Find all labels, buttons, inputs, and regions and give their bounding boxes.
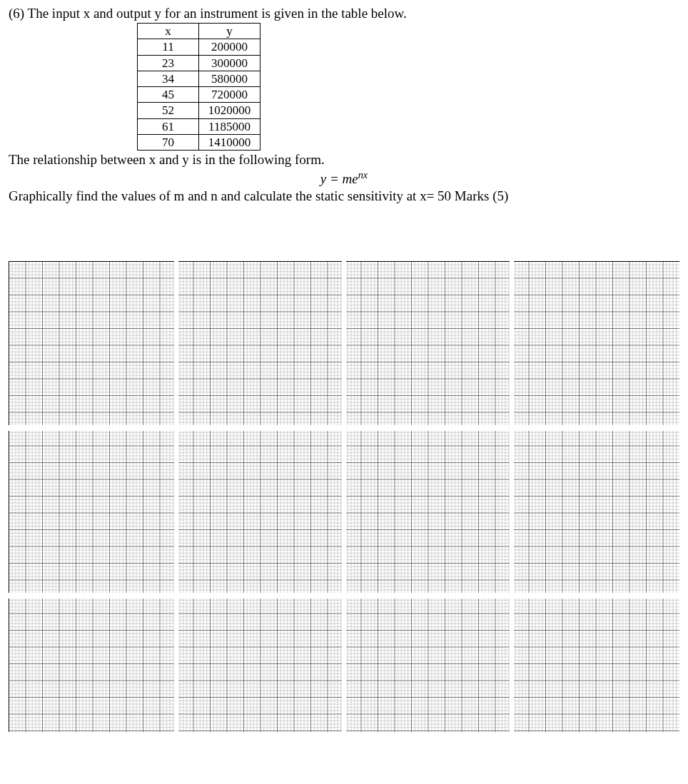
cell-y: 1020000 [199, 103, 260, 118]
cell-x: 34 [138, 71, 199, 86]
svg-rect-7 [9, 593, 679, 599]
cell-y: 1410000 [199, 134, 260, 150]
question-prompt: (6) The input x and output y for an inst… [9, 6, 679, 21]
equation-eq: = [326, 171, 342, 186]
table-row: 61 1185000 [138, 118, 260, 134]
table-row: 52 1020000 [138, 103, 260, 118]
col-header-y: y [199, 24, 260, 39]
cell-y: 200000 [199, 39, 260, 55]
cell-y: 580000 [199, 71, 260, 86]
table-row: 45 720000 [138, 87, 260, 103]
svg-rect-4 [342, 261, 346, 732]
equation: y = menx [9, 169, 679, 187]
equation-exponent: nx [358, 169, 368, 180]
cell-y: 300000 [199, 55, 260, 71]
cell-x: 11 [138, 39, 199, 55]
table-row: 70 1410000 [138, 134, 260, 150]
cell-x: 52 [138, 103, 199, 118]
equation-lhs: y [320, 171, 326, 186]
svg-rect-6 [9, 425, 679, 431]
task-text: Graphically find the values of m and n a… [9, 188, 679, 204]
table-row: 34 580000 [138, 71, 260, 86]
graph-paper [9, 261, 679, 732]
cell-x: 45 [138, 87, 199, 103]
col-header-x: x [138, 24, 199, 39]
cell-x: 70 [138, 134, 199, 150]
svg-rect-3 [174, 261, 178, 732]
cell-y: 1185000 [199, 118, 260, 134]
question-number: (6) [9, 6, 24, 21]
equation-me: me [343, 171, 358, 186]
relationship-intro: The relationship between x and y is in t… [9, 152, 679, 168]
cell-x: 61 [138, 118, 199, 134]
cell-y: 720000 [199, 87, 260, 103]
table-row: 23 300000 [138, 55, 260, 71]
table-row: 11 200000 [138, 39, 260, 55]
data-table: x y 11 200000 23 300000 34 580000 45 720… [137, 23, 260, 151]
graph-grid-icon [9, 261, 679, 732]
svg-rect-5 [510, 261, 514, 732]
cell-x: 23 [138, 55, 199, 71]
question-text: The input x and output y for an instrume… [28, 6, 407, 21]
